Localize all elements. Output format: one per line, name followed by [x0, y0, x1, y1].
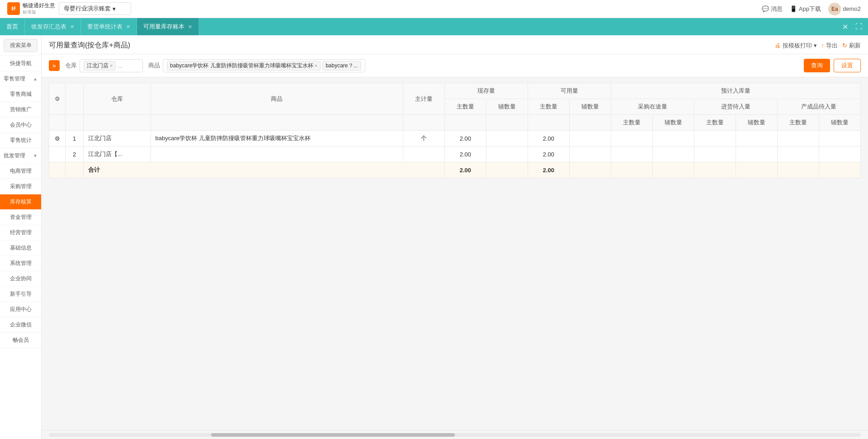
sidebar-item-operations-mgmt[interactable]: 经营管理 — [0, 225, 41, 241]
filter-expand-btn[interactable]: » — [49, 60, 60, 71]
sidebar-item-quick-nav[interactable]: 快捷导航 — [0, 56, 41, 71]
th-planned-in: 预计入库量 — [611, 83, 860, 99]
th-sub-empty4 — [151, 115, 403, 131]
warehouse-label: 仓库 — [65, 61, 77, 70]
export-icon: ↑ — [821, 42, 825, 49]
tab-bar: 首页 收发存汇总表 ✕ 要货单统计表 ✕ 可用量库存账本 ✕ ✕ ⛶ — [0, 18, 868, 35]
sidebar-item-enterprise-wechat[interactable]: 企业微信 — [0, 317, 41, 333]
row2-current-aux — [486, 146, 528, 162]
th-current-stock: 现存量 — [444, 83, 528, 99]
th-sub-prod-main: 主数量 — [777, 115, 819, 131]
row1-prod-aux — [819, 131, 860, 146]
tab-receive-summary-label: 收发存汇总表 — [31, 23, 66, 31]
th-product-pending: 产成品待入量 — [777, 99, 860, 115]
row2-product — [151, 146, 403, 162]
total-arr-main — [694, 162, 736, 178]
sidebar-item-retail-mall[interactable]: 零售商城 — [0, 87, 41, 102]
sidebar-item-marketing[interactable]: 营销推广 — [0, 102, 41, 118]
th-gear[interactable] — [49, 83, 66, 115]
row2-warehouse: 江北门店【... — [84, 146, 151, 162]
product-tag1-value: babycare学饮杯 儿童防摔防撞吸管杯重力球吸嘴杯宝宝水杯 — [170, 62, 313, 70]
row2-gear[interactable] — [49, 146, 66, 162]
sidebar-item-new-user-guide[interactable]: 新手引导 — [0, 287, 41, 302]
refresh-btn[interactable]: ↻ 刷新 — [842, 42, 861, 50]
row1-arr-aux — [736, 131, 777, 146]
sidebar-item-basic-info[interactable]: 基础信息 — [0, 241, 41, 256]
logo-area: 好 畅捷通好生意 标准版 — [7, 2, 55, 15]
sidebar-item-app-center[interactable]: 应用中心 — [0, 302, 41, 317]
app-download-btn[interactable]: 📱 App下载 — [790, 5, 821, 13]
th-current-main: 主数量 — [444, 99, 486, 115]
row1-current-main: 2.00 — [444, 131, 486, 146]
th-sub-empty5 — [403, 115, 444, 131]
table-row: 1 江北门店 babycare学饮杯 儿童防摔防撞吸管杯重力球吸嘴杯宝宝水杯 个… — [49, 131, 861, 146]
th-sub-empty6 — [444, 115, 486, 131]
sidebar-item-finance-mgmt[interactable]: 资金管理 — [0, 210, 41, 225]
scrollbar-thumb — [211, 433, 455, 437]
tab-maximize-btn[interactable]: ⛶ — [854, 21, 864, 33]
th-current-aux: 辅数量 — [486, 99, 528, 115]
row2-arr-main — [694, 146, 736, 162]
user-area[interactable]: Ea demo2 — [828, 3, 861, 15]
filter-actions: 查询 设置 — [804, 59, 861, 72]
th-sub-empty7 — [486, 115, 528, 131]
tab-order-stats-close[interactable]: ✕ — [126, 24, 130, 30]
sidebar-item-inventory-check[interactable]: 库存核算 — [0, 194, 41, 210]
tab-receive-summary-close[interactable]: ✕ — [70, 24, 74, 30]
sidebar-item-ecommerce-mgmt[interactable]: 电商管理 — [0, 164, 41, 179]
th-product: 商品 — [151, 83, 403, 115]
warehouse-tag: 江北门店 × — [84, 61, 116, 71]
sidebar-item-purchase-mgmt[interactable]: 采购管理 — [0, 179, 41, 194]
message-label: 消息 — [771, 5, 783, 13]
scrollbar-track[interactable] — [49, 433, 861, 437]
message-icon: 💬 — [762, 5, 769, 12]
th-sub-empty8 — [528, 115, 569, 131]
print-arrow-icon: ▾ — [814, 42, 817, 49]
product-input[interactable]: babycare学饮杯 儿童防摔防撞吸管杯重力球吸嘴杯宝宝水杯 × babyca… — [163, 59, 365, 72]
table-row: 2 江北门店【... 2.00 2.00 — [49, 146, 861, 162]
row1-gear[interactable] — [49, 131, 66, 146]
query-btn[interactable]: 查询 — [804, 59, 830, 72]
print-btn[interactable]: 🖨 按模板打印 ▾ — [775, 42, 817, 50]
row2-main-unit — [403, 146, 444, 162]
tab-order-stats-label: 要货单统计表 — [87, 23, 123, 31]
logo-sub: 标准版 — [23, 9, 55, 15]
top-bar-right: 💬 消息 📱 App下载 Ea demo2 — [762, 3, 861, 15]
total-prod-main — [777, 162, 819, 178]
sidebar-item-retail-mgmt[interactable]: 零售管理 ▲ — [0, 71, 41, 87]
sidebar-item-enterprise-collab[interactable]: 企业协同 — [0, 271, 41, 287]
th-main-unit: 主计量 — [403, 83, 444, 115]
sidebar-item-system-mgmt[interactable]: 系统管理 — [0, 256, 41, 271]
table-container[interactable]: 仓库 商品 主计量 现存量 可用量 预计入库量 主数量 辅数量 主数量 辅数量 … — [42, 77, 868, 430]
total-avail-main: 2.00 — [528, 162, 569, 178]
message-btn[interactable]: 💬 消息 — [762, 5, 783, 13]
tab-available-stock[interactable]: 可用量库存账本 ✕ — [137, 18, 199, 35]
export-btn[interactable]: ↑ 导出 — [821, 42, 838, 50]
total-row: 合计 2.00 2.00 — [49, 162, 861, 178]
tab-available-stock-close[interactable]: ✕ — [188, 24, 192, 30]
row2-arr-aux — [736, 146, 777, 162]
tab-order-stats[interactable]: 要货单统计表 ✕ — [81, 18, 137, 35]
product-tag1-close[interactable]: × — [315, 63, 317, 68]
sidebar-item-member-center[interactable]: 会员中心 — [0, 118, 41, 133]
avatar: Ea — [828, 3, 841, 15]
tab-close-all-btn[interactable]: ✕ — [840, 21, 850, 33]
total-current-aux — [486, 162, 528, 178]
th-sub-arr-aux: 辅数量 — [736, 115, 777, 131]
sidebar-item-member[interactable]: 畅会员 — [0, 333, 41, 348]
th-pending-arrival: 进货待入量 — [694, 99, 777, 115]
sidebar-item-wholesale-mgmt-label: 批发管理 — [4, 152, 25, 160]
tab-home[interactable]: 首页 — [0, 18, 25, 35]
sidebar-item-wholesale-mgmt[interactable]: 批发管理 ▼ — [0, 148, 41, 164]
sidebar-item-retail-mgmt-label: 零售管理 — [4, 75, 25, 83]
warehouse-input[interactable]: 江北门店 × ... — [80, 59, 143, 72]
row1-prod-main — [777, 131, 819, 146]
warehouse-tag-close[interactable]: × — [110, 63, 113, 68]
tab-receive-summary[interactable]: 收发存汇总表 ✕ — [25, 18, 81, 35]
refresh-label: 刷新 — [849, 42, 861, 50]
store-selector[interactable]: 母婴行业演示账套 ▾ — [59, 2, 131, 15]
sidebar-item-retail-stats[interactable]: 零售统计 — [0, 133, 41, 148]
sidebar-search-btn[interactable]: 搜索菜单 — [4, 39, 38, 52]
refresh-icon: ↻ — [842, 42, 847, 49]
settings-btn[interactable]: 设置 — [834, 59, 861, 72]
